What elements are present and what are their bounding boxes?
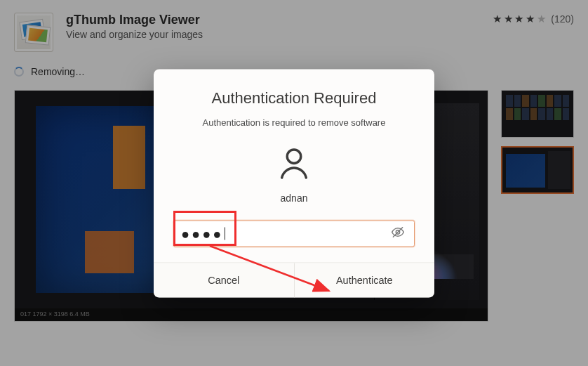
auth-dialog: Authentication Required Authentication i… bbox=[154, 69, 434, 297]
authenticate-button[interactable]: Authenticate bbox=[295, 263, 435, 297]
cancel-button[interactable]: Cancel bbox=[154, 263, 295, 297]
svg-point-0 bbox=[287, 149, 301, 163]
user-icon bbox=[276, 145, 312, 185]
dialog-title: Authentication Required bbox=[173, 89, 415, 107]
reveal-password-button[interactable] bbox=[389, 224, 407, 242]
dialog-subtitle: Authentication is required to remove sof… bbox=[173, 117, 415, 127]
password-field-wrap: ●●●● bbox=[173, 220, 415, 247]
eye-off-icon bbox=[391, 226, 405, 242]
password-input[interactable]: ●●●● bbox=[181, 226, 223, 240]
dialog-username: adnan bbox=[281, 192, 308, 203]
text-caret bbox=[225, 227, 225, 240]
